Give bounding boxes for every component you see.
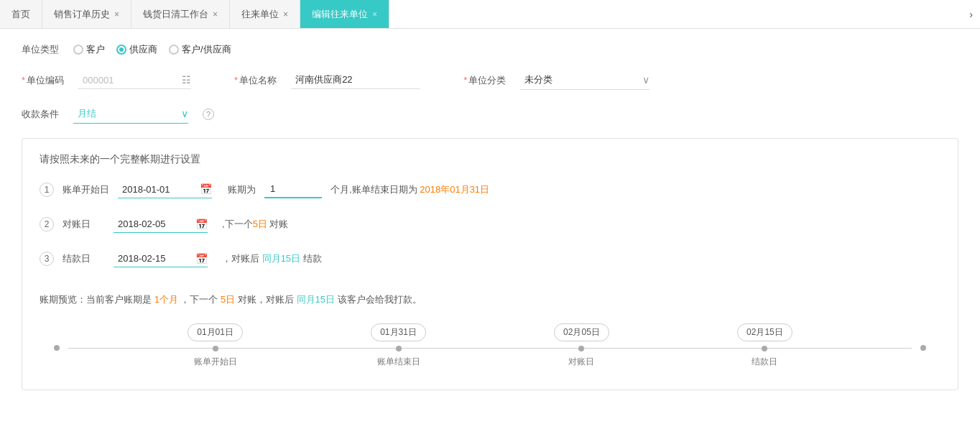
step-3-label: 结款日 (63, 252, 91, 265)
tab-sales-history[interactable]: 销售订单历史 × (42, 0, 131, 28)
step-1-period-label: 账期为 (228, 183, 256, 196)
step-2-day-highlight: 5日 (253, 218, 267, 229)
timeline-label-2: 账单结束日 (377, 356, 420, 368)
tab-partner-unit-label: 往来单位 (241, 8, 279, 21)
step-1-end-date: 2018年01月31日 (420, 184, 489, 195)
timeline-label-1: 账单开始日 (194, 356, 237, 368)
step-1-number: 1 (40, 183, 54, 197)
tab-cash-work-close[interactable]: × (213, 9, 218, 19)
period-setting-panel: 请按照未来的一个完整帐期进行设置 1 账单开始日 📅 账期为 个月,账单结束日期… (22, 138, 958, 390)
payment-condition-select[interactable]: 月结 ∨ (73, 104, 188, 124)
unit-code-field: ☷ (78, 72, 191, 89)
timeline-badge-4: 02月15日 (737, 323, 792, 341)
unit-category-value: 未分类 (520, 70, 639, 89)
unit-type-radio-group: 客户 供应商 客户/供应商 (73, 43, 231, 56)
radio-supplier-label: 供应商 (129, 43, 157, 56)
preview-mid2: 对账，对账后 (238, 294, 297, 305)
step-3-date-field: 📅 (114, 250, 208, 267)
step-2-label: 对账日 (63, 218, 91, 231)
step-1-period-input[interactable] (264, 180, 322, 197)
step-3-day-highlight: 同月15日 (262, 253, 300, 264)
tab-edit-partner-label: 编辑往来单位 (312, 8, 368, 21)
tab-cash-work[interactable]: 钱货日清工作台 × (131, 0, 230, 28)
panel-instruction: 请按照未来的一个完整帐期进行设置 (40, 153, 940, 166)
radio-customer-supplier[interactable]: 客户/供应商 (169, 43, 231, 56)
timeline-badge-2: 01月31日 (371, 323, 426, 341)
radio-customer-supplier-label: 客户/供应商 (182, 43, 231, 56)
radio-customer-label: 客户 (86, 43, 105, 56)
step-2-date-field: 📅 (114, 216, 208, 233)
step-2-calendar-icon[interactable]: 📅 (195, 218, 208, 230)
unit-category-arrow-icon[interactable]: ∨ (642, 74, 650, 86)
unit-code-input[interactable] (78, 72, 179, 88)
timeline-point-2: 01月31日 账单结束日 (371, 323, 426, 368)
payment-help-icon[interactable]: ? (203, 109, 214, 120)
tab-more-arrow[interactable]: › (962, 0, 980, 28)
tabs-bar: 首页 销售订单历史 × 钱货日清工作台 × 往来单位 × 编辑往来单位 × › (0, 0, 980, 29)
unit-name-label: *单位名称 (234, 74, 277, 87)
tab-partner-unit-close[interactable]: × (283, 9, 288, 19)
timeline-label-3: 对账日 (568, 356, 594, 368)
step-3-calendar-icon[interactable]: 📅 (195, 253, 208, 264)
preview-section: 账期预览：当前客户账期是 1个月 ，下一个 5日 对账，对账后 同月15日 该客… (40, 285, 940, 323)
step-3-desc: ，对账后 同月15日 结款 (222, 252, 322, 265)
timeline-point-1: 01月01日 账单开始日 (188, 323, 243, 368)
unit-code-required-star: * (22, 75, 25, 86)
step-3-date-input[interactable] (114, 250, 193, 267)
payment-condition-arrow-icon[interactable]: ∨ (181, 108, 188, 119)
step-1-calendar-icon[interactable]: 📅 (200, 183, 212, 195)
preview-highlight2: 5日 (221, 294, 235, 305)
radio-customer-circle (73, 45, 83, 55)
tab-edit-partner-close[interactable]: × (372, 9, 377, 19)
step-1-date-input[interactable] (118, 181, 197, 198)
step-2-row: 2 对账日 📅 ,下一个5日 对账 (40, 216, 940, 233)
timeline-wrapper: 01月01日 账单开始日 01月31日 账单结束日 02月05日 对账日 (40, 323, 940, 375)
radio-customer-supplier-circle (169, 45, 179, 55)
timeline-badge-1: 01月01日 (188, 323, 243, 341)
timeline-start-dot (54, 323, 60, 351)
step-1-desc: 个月,账单结束日期为 2018年01月31日 (330, 183, 489, 196)
unit-code-copy-icon[interactable]: ☷ (182, 74, 191, 86)
tab-partner-unit[interactable]: 往来单位 × (230, 0, 300, 28)
preview-mid1: ，下一个 (180, 294, 218, 305)
timeline-end-circle (920, 345, 926, 351)
unit-category-select[interactable]: 未分类 ∨ (520, 70, 650, 90)
timeline-start-circle (54, 345, 60, 351)
tab-sales-history-label: 销售订单历史 (54, 8, 110, 21)
step-3-number: 3 (40, 252, 54, 266)
timeline-point-3: 02月05日 对账日 (554, 323, 609, 368)
step-2-number: 2 (40, 217, 54, 231)
step-1-date-field: 📅 (118, 181, 212, 198)
tab-home[interactable]: 首页 (0, 0, 42, 28)
timeline-points: 01月01日 账单开始日 01月31日 账单结束日 02月05日 对账日 (54, 323, 926, 368)
unit-category-required-star: * (463, 75, 467, 86)
tab-sales-history-close[interactable]: × (114, 9, 119, 19)
step-1-label: 账单开始日 (63, 183, 109, 196)
tab-home-label: 首页 (11, 8, 30, 21)
unit-category-label: *单位分类 (463, 74, 506, 87)
timeline-node-2 (396, 346, 402, 351)
unit-type-label: 单位类型 (22, 43, 59, 56)
unit-name-input[interactable] (291, 72, 420, 88)
timeline-node-1 (213, 346, 218, 351)
radio-supplier[interactable]: 供应商 (116, 43, 157, 56)
step-1-period-field (264, 180, 322, 198)
timeline-end-dot (920, 323, 926, 351)
unit-name-required-star: * (234, 75, 238, 86)
radio-supplier-circle (116, 45, 126, 55)
preview-highlight3: 同月15日 (297, 294, 335, 305)
tab-edit-partner[interactable]: 编辑往来单位 × (300, 0, 389, 28)
timeline-node-4 (762, 346, 767, 351)
main-content: 单位类型 客户 供应商 客户/供应商 *单位编码 ☷ *单位名称 (0, 29, 980, 437)
timeline-node-3 (578, 346, 584, 351)
unit-code-label: *单位编码 (22, 74, 64, 87)
unit-info-row: *单位编码 ☷ *单位名称 *单位分类 未分类 ∨ (22, 70, 958, 90)
unit-type-row: 单位类型 客户 供应商 客户/供应商 (22, 43, 958, 56)
payment-condition-value: 月结 (73, 104, 178, 123)
timeline-label-4: 结款日 (752, 356, 777, 368)
unit-name-field (291, 72, 420, 89)
step-2-date-input[interactable] (114, 216, 193, 232)
payment-condition-row: 收款条件 月结 ∨ ? (22, 104, 958, 124)
payment-condition-label: 收款条件 (22, 108, 59, 121)
radio-customer[interactable]: 客户 (73, 43, 105, 56)
